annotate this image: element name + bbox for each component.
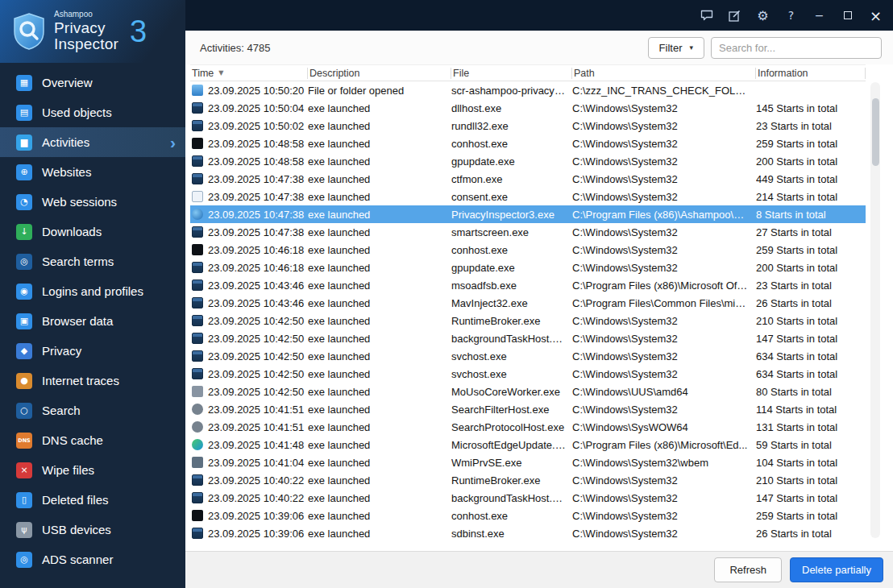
- feedback-button[interactable]: [692, 0, 721, 31]
- filter-button-label: Filter: [659, 42, 683, 54]
- table-row[interactable]: 23.09.2025 10:48:58exe launchedconhost.e…: [190, 135, 866, 152]
- sidebar-item-browser-data[interactable]: ▣Browser data: [0, 306, 185, 336]
- table-row[interactable]: 23.09.2025 10:48:58exe launchedgpupdate.…: [190, 152, 866, 170]
- table-row[interactable]: 23.09.2025 10:40:22exe launchedRuntimeBr…: [190, 471, 866, 489]
- sidebar-item-usb-devices[interactable]: ψUSB devices: [0, 515, 185, 545]
- table-row[interactable]: 23.09.2025 10:50:04exe launcheddllhost.e…: [190, 99, 866, 117]
- browser-data-icon: ▣: [16, 313, 32, 329]
- cell-description: exe launched: [308, 297, 451, 309]
- table-row[interactable]: 23.09.2025 10:43:46exe launchedmsoadfsb.…: [190, 276, 866, 294]
- table-row[interactable]: 23.09.2025 10:39:06exe launchedsdbinst.e…: [190, 524, 866, 542]
- main-area: ⚙ ? − × Activities: 4785 Filter ▾: [185, 0, 893, 588]
- delete-partially-button[interactable]: Delete partially: [790, 557, 883, 582]
- sidebar-item-overview[interactable]: ▦Overview: [0, 68, 185, 97]
- sidebar-item-deleted-files[interactable]: ▯Deleted files: [0, 485, 185, 515]
- cell-description: exe launched: [308, 173, 451, 185]
- sidebar-item-search-terms[interactable]: ◎Search terms: [0, 246, 185, 276]
- cell-description: exe launched: [308, 315, 451, 327]
- cell-file: rundll32.exe: [451, 120, 572, 132]
- brand-text: Ashampoo Privacy Inspector: [54, 10, 118, 52]
- table-row[interactable]: 23.09.2025 10:47:38exe launchedPrivacyIn…: [190, 205, 866, 223]
- settings-button[interactable]: ⚙: [749, 0, 777, 31]
- table-row[interactable]: 23.09.2025 10:41:51exe launchedSearchPro…: [190, 418, 866, 436]
- sidebar-item-label: Downloads: [42, 225, 102, 238]
- sidebar-item-activities[interactable]: ▆Activities›: [0, 127, 185, 157]
- column-header-file[interactable]: File: [451, 68, 572, 79]
- activities-table: Time▼DescriptionFilePathInformation 23.0…: [185, 64, 893, 551]
- sidebar-item-logins-and-profiles[interactable]: ◉Logins and profiles: [0, 276, 185, 306]
- table-row[interactable]: 23.09.2025 10:46:18exe launchedgpupdate.…: [190, 259, 866, 276]
- sidebar-item-label: Websites: [42, 165, 91, 179]
- chevron-right-icon: ›: [170, 134, 177, 151]
- sidebar-item-privacy[interactable]: ◆Privacy: [0, 336, 185, 366]
- column-header-description[interactable]: Description: [308, 68, 451, 79]
- cell-path: C:\Program Files (x86)\Ashampoo\As...: [572, 209, 756, 221]
- notes-button[interactable]: [721, 0, 749, 31]
- time-text: 23.09.2025 10:41:51: [208, 404, 304, 416]
- time-text: 23.09.2025 10:39:06: [208, 528, 304, 540]
- sidebar-item-internet-traces[interactable]: ●Internet traces: [0, 366, 185, 395]
- cell-file: consent.exe: [451, 191, 572, 203]
- time-text: 23.09.2025 10:47:38: [208, 173, 304, 185]
- table-row[interactable]: 23.09.2025 10:42:50exe launchedMoUsoCore…: [190, 383, 866, 400]
- cell-time: 23.09.2025 10:42:50: [190, 333, 308, 345]
- sidebar-item-web-sessions[interactable]: ◔Web sessions: [0, 187, 185, 217]
- sidebar-item-downloads[interactable]: ↓Downloads: [0, 217, 185, 246]
- filter-button[interactable]: Filter ▾: [648, 37, 704, 59]
- table-row[interactable]: 23.09.2025 10:47:38exe launchedctfmon.ex…: [190, 170, 866, 188]
- minimize-button[interactable]: −: [805, 0, 833, 31]
- table-row[interactable]: 23.09.2025 10:39:06exe launchedconhost.e…: [190, 507, 866, 524]
- sidebar-item-wipe-files[interactable]: ×Wipe files: [0, 455, 185, 485]
- table-row[interactable]: 23.09.2025 10:46:18exe launchedconhost.e…: [190, 241, 866, 259]
- app-logo: Ashampoo Privacy Inspector 3: [0, 0, 185, 63]
- table-row[interactable]: 23.09.2025 10:41:48exe launchedMicrosoft…: [190, 436, 866, 453]
- cell-time: 23.09.2025 10:39:06: [190, 510, 308, 522]
- cell-file: backgroundTaskHost.exe: [451, 492, 572, 504]
- column-header-information[interactable]: Information: [756, 68, 866, 79]
- logo-shield-icon: [11, 12, 47, 51]
- cell-information: 26 Starts in total: [756, 297, 866, 309]
- cell-time: 23.09.2025 10:50:02: [190, 120, 308, 132]
- table-row[interactable]: 23.09.2025 10:42:50exe launchedsvchost.e…: [190, 347, 866, 365]
- brand-inspector: Inspector: [54, 36, 118, 52]
- table-row[interactable]: 23.09.2025 10:47:38exe launchedconsent.e…: [190, 188, 866, 205]
- search-terms-icon: ◎: [16, 254, 32, 270]
- table-row[interactable]: 23.09.2025 10:50:20File or folder opened…: [190, 81, 866, 99]
- table-row[interactable]: 23.09.2025 10:42:50exe launchedsvchost.e…: [190, 365, 866, 383]
- internet-traces-icon: ●: [16, 373, 32, 389]
- cell-information: 214 Starts in total: [756, 191, 866, 203]
- close-button[interactable]: ×: [862, 0, 890, 31]
- console-file-icon: [192, 244, 203, 255]
- table-row[interactable]: 23.09.2025 10:50:02exe launchedrundll32.…: [190, 117, 866, 135]
- websites-icon: ⊕: [16, 164, 32, 180]
- table-row[interactable]: 23.09.2025 10:42:50exe launchedRuntimeBr…: [190, 312, 866, 329]
- time-text: 23.09.2025 10:50:04: [208, 102, 304, 114]
- sort-desc-icon: ▼: [218, 68, 223, 79]
- help-button[interactable]: ?: [777, 0, 805, 31]
- wmi-file-icon: [192, 457, 203, 468]
- sidebar-item-used-objects[interactable]: ▤Used objects: [0, 97, 185, 127]
- column-header-path[interactable]: Path: [572, 68, 756, 79]
- table-row[interactable]: 23.09.2025 10:42:50exe launchedbackgroun…: [190, 329, 866, 347]
- cell-time: 23.09.2025 10:41:51: [190, 421, 308, 433]
- table-row[interactable]: 23.09.2025 10:40:22exe launchedbackgroun…: [190, 489, 866, 507]
- sidebar-item-websites[interactable]: ⊕Websites: [0, 157, 185, 187]
- refresh-button[interactable]: Refresh: [714, 557, 782, 582]
- cell-time: 23.09.2025 10:47:38: [190, 191, 308, 203]
- time-text: 23.09.2025 10:42:50: [208, 386, 304, 398]
- vertical-scrollbar[interactable]: [870, 82, 880, 538]
- maximize-button[interactable]: [833, 0, 862, 31]
- cell-time: 23.09.2025 10:48:58: [190, 155, 308, 168]
- column-header-time[interactable]: Time▼: [190, 68, 308, 79]
- cell-time: 23.09.2025 10:46:18: [190, 262, 308, 274]
- sidebar-item-dns-cache[interactable]: DNSDNS cache: [0, 425, 185, 455]
- sidebar-item-search[interactable]: ○Search: [0, 395, 185, 425]
- search-input[interactable]: [711, 37, 882, 59]
- table-row[interactable]: 23.09.2025 10:43:46exe launchedMavInject…: [190, 294, 866, 312]
- content-area: Activities: 4785 Filter ▾ Time▼Descripti…: [185, 31, 893, 551]
- table-row[interactable]: 23.09.2025 10:41:04exe launchedWmiPrvSE.…: [190, 453, 866, 471]
- sidebar-item-ads-scanner[interactable]: ◎ADS scanner: [0, 545, 185, 574]
- table-row[interactable]: 23.09.2025 10:47:38exe launchedsmartscre…: [190, 223, 866, 241]
- table-row[interactable]: 23.09.2025 10:41:51exe launchedSearchFil…: [190, 400, 866, 418]
- scrollbar-thumb[interactable]: [872, 98, 879, 166]
